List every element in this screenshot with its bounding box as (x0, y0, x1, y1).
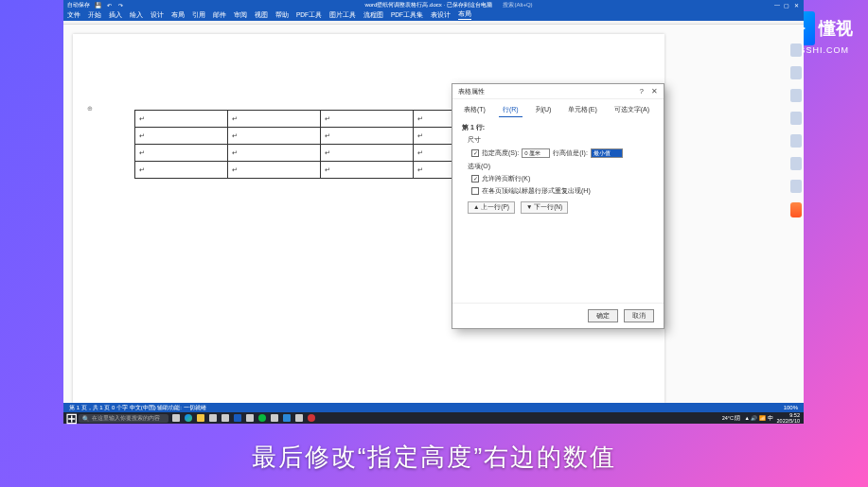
undo-icon[interactable]: ↶ (105, 1, 113, 9)
right-sidebar (788, 43, 804, 217)
dialog-tab-table[interactable]: 表格(T) (460, 103, 489, 117)
tab-home[interactable]: 开始 (88, 11, 101, 20)
word-window: 自动保存 💾 ↶ ↷ word壁纸何调整表格行高.docx · 已保存到这台电脑… (63, 0, 804, 424)
prev-row-button[interactable]: ▲ 上一行(P) (468, 201, 515, 214)
specify-height-label: 指定高度(S): (482, 148, 519, 158)
side-panel-icon[interactable] (790, 66, 802, 79)
tab-pdf[interactable]: PDF工具 (296, 11, 322, 20)
explorer-icon[interactable] (197, 414, 204, 422)
side-panel-icon[interactable] (790, 134, 802, 148)
video-caption: 最后修改“指定高度”右边的数值 (0, 441, 868, 474)
maximize-icon[interactable]: ▢ (783, 1, 790, 9)
dialog-title: 表格属性 (458, 87, 485, 96)
tab-references[interactable]: 引用 (192, 11, 205, 20)
tray-icons[interactable]: ▲ 🔊 📶 中 (745, 415, 773, 422)
app-icon[interactable] (271, 414, 278, 422)
side-panel-gift-icon[interactable] (790, 202, 802, 217)
dialog-tab-column[interactable]: 列(U) (532, 103, 556, 117)
tab-flowchart[interactable]: 流程图 (363, 11, 383, 20)
tab-draw[interactable]: 绘入 (130, 11, 143, 20)
search-placeholder: 在这里输入你要搜索的内容 (92, 414, 160, 423)
height-type-dropdown[interactable]: 最小值 (591, 148, 623, 158)
brand-name: 懂视 (819, 17, 853, 40)
side-panel-icon[interactable] (790, 43, 802, 57)
dialog-tabs: 表格(T) 行(R) 列(U) 单元格(E) 可选文字(A) (452, 99, 664, 117)
repeat-header-checkbox[interactable] (471, 187, 479, 195)
dialog-titlebar: 表格属性 ? ✕ (452, 84, 664, 99)
dialog-help-icon[interactable]: ? (640, 87, 644, 96)
app-icon[interactable] (221, 414, 229, 422)
cancel-button[interactable]: 取消 (624, 309, 654, 322)
table-properties-dialog: 表格属性 ? ✕ 表格(T) 行(R) 列(U) 单元格(E) 可选文字(A) … (452, 83, 664, 329)
windows-taskbar: ⊞ 🔍 在这里输入你要搜索的内容 24°C 阴 ▲ 🔊 📶 中 9:52 202… (63, 412, 804, 424)
taskbar-search[interactable]: 🔍 在这里输入你要搜索的内容 (79, 414, 168, 423)
zoom-level[interactable]: 100% (784, 405, 798, 410)
tab-mailings[interactable]: 邮件 (213, 11, 226, 20)
options-label: 选项(O) (468, 162, 654, 171)
tab-insert[interactable]: 插入 (109, 11, 122, 20)
status-left: 第 1 页，共 1 页 0 个字 中文(中国) 辅助功能: 一切就绪 (69, 404, 206, 412)
tab-review[interactable]: 审阅 (234, 11, 247, 20)
tab-layout[interactable]: 布局 (171, 11, 185, 20)
app-icon[interactable] (246, 414, 254, 422)
dialog-close-icon[interactable]: ✕ (651, 87, 658, 96)
minimize-icon[interactable]: — (773, 1, 781, 9)
tab-view[interactable]: 视图 (255, 11, 268, 20)
document-area[interactable]: ⊕ ↵↵↵↵ ↵↵↵↵ ↵↵↵↵ ↵↵↵↵ 表格属性 ? ✕ 表格(T) 行(R… (63, 25, 804, 403)
dialog-tab-alttext[interactable]: 可选文字(A) (611, 103, 653, 117)
tab-table-design[interactable]: 表设计 (431, 11, 451, 20)
table-anchor-icon[interactable]: ⊕ (87, 105, 93, 113)
tab-picture-tools[interactable]: 图片工具 (329, 11, 356, 20)
allow-break-checkbox[interactable]: ✓ (471, 175, 479, 183)
height-type-label: 行高值是(I): (553, 148, 588, 158)
app-icon[interactable] (283, 414, 291, 422)
dialog-tab-cell[interactable]: 单元格(E) (564, 103, 600, 117)
row-number-label: 第 1 行: (462, 123, 654, 132)
ok-button[interactable]: 确定 (588, 309, 618, 322)
dialog-footer: 确定 取消 (452, 303, 664, 328)
next-row-button[interactable]: ▼ 下一行(N) (521, 201, 568, 214)
search-icon: 🔍 (82, 415, 89, 422)
weather[interactable]: 24°C 阴 (722, 415, 741, 422)
dialog-tab-row[interactable]: 行(R) (499, 103, 523, 117)
specify-height-checkbox[interactable]: ✓ (471, 149, 479, 157)
side-panel-icon[interactable] (790, 89, 802, 102)
taskbar-apps (172, 414, 315, 422)
close-icon[interactable]: ✕ (792, 1, 800, 9)
clock-date[interactable]: 2022/5/10 (777, 418, 800, 424)
taskview-icon[interactable] (172, 414, 180, 422)
redo-icon[interactable]: ↷ (116, 1, 124, 9)
side-panel-icon[interactable] (790, 157, 802, 170)
app-icon[interactable] (209, 414, 217, 422)
system-tray: 24°C 阴 ▲ 🔊 📶 中 9:52 2022/5/10 (722, 412, 800, 424)
wechat-icon[interactable] (258, 414, 266, 422)
ribbon-tabs: 文件 开始 插入 绘入 设计 布局 引用 邮件 审阅 视图 帮助 PDF工具 图… (63, 9, 804, 21)
table-row: ↵↵↵↵ (135, 162, 506, 179)
edge-icon[interactable] (185, 414, 192, 422)
dialog-body: 第 1 行: 尺寸 ✓ 指定高度(S): 0 厘米 行高值是(I): 最小值 选… (452, 117, 664, 303)
table-row: ↵↵↵↵ (135, 111, 506, 128)
app-icon[interactable] (295, 414, 303, 422)
allow-break-label: 允许跨页断行(K) (482, 174, 530, 183)
search-hint[interactable]: 搜索(Alt+Q) (503, 2, 532, 8)
height-value-input[interactable]: 0 厘米 (522, 148, 550, 158)
tab-file[interactable]: 文件 (67, 11, 80, 20)
record-icon[interactable] (308, 414, 315, 422)
status-bar: 第 1 页，共 1 页 0 个字 中文(中国) 辅助功能: 一切就绪 100% (63, 403, 804, 412)
side-panel-icon[interactable] (790, 180, 802, 193)
autosave-label: 自动保存 (67, 1, 90, 9)
save-icon[interactable]: 💾 (94, 1, 101, 9)
tab-table-layout[interactable]: 布局 (458, 10, 471, 20)
size-label: 尺寸 (468, 135, 654, 145)
tab-design[interactable]: 设计 (151, 11, 164, 20)
tab-help[interactable]: 帮助 (275, 11, 289, 20)
table-row: ↵↵↵↵ (135, 145, 506, 162)
document-title: word壁纸何调整表格行高.docx · 已保存到这台电脑 (364, 2, 491, 8)
word-icon[interactable] (234, 414, 241, 422)
tab-pdf-tools[interactable]: PDF工具集 (391, 11, 423, 20)
table-row: ↵↵↵↵ (135, 128, 506, 145)
side-panel-icon[interactable] (790, 112, 802, 125)
repeat-header-label: 在各页顶端以标题行形式重复出现(H) (482, 186, 591, 196)
start-button[interactable]: ⊞ (67, 414, 75, 422)
window-titlebar: 自动保存 💾 ↶ ↷ word壁纸何调整表格行高.docx · 已保存到这台电脑… (63, 0, 804, 9)
